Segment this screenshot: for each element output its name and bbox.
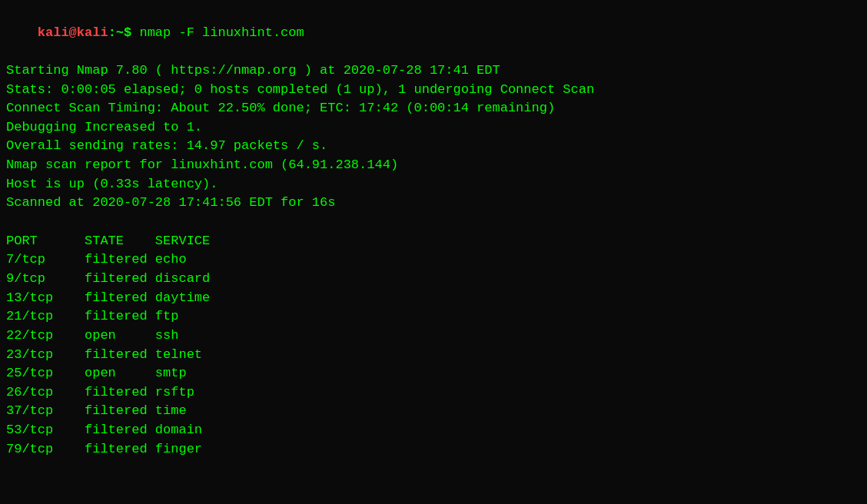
port-row-7: 7/tcp filtered echo [6,250,861,270]
output-line-4: Debugging Increased to 1. [6,118,861,138]
port-row-26: 26/tcp filtered rsftp [6,383,861,403]
output-line-2: Stats: 0:00:05 elapsed; 0 hosts complete… [6,81,861,100]
table-header: PORT STATE SERVICE [6,232,861,251]
port-row-22: 22/tcp open ssh [6,327,861,346]
port-row-53: 53/tcp filtered domain [6,421,861,440]
port-row-21: 21/tcp filtered ftp [6,307,861,327]
output-line-5: Overall sending rates: 14.97 packets / s… [6,137,861,156]
port-row-13: 13/tcp filtered daytime [6,289,861,308]
prompt-user: kali@kali [38,25,108,40]
output-line-6: Nmap scan report for linuxhint.com (64.9… [6,156,861,175]
prompt-separator: :~$ [108,25,140,40]
prompt-command: nmap -F linuxhint.com [139,25,304,40]
port-row-25: 25/tcp open smtp [6,364,861,383]
terminal-window: kali@kali:~$ nmap -F linuxhint.com Start… [0,0,867,504]
output-line-7: Host is up (0.33s latency). [6,175,861,194]
empty-line [6,213,861,232]
prompt-line: kali@kali:~$ nmap -F linuxhint.com [6,5,861,61]
output-line-3: Connect Scan Timing: About 22.50% done; … [6,99,861,118]
output-line-8: Scanned at 2020-07-28 17:41:56 EDT for 1… [6,194,861,213]
output-line-1: Starting Nmap 7.80 ( https://nmap.org ) … [6,61,861,81]
port-row-9: 9/tcp filtered discard [6,270,861,289]
port-row-23: 23/tcp filtered telnet [6,346,861,365]
port-row-79: 79/tcp filtered finger [6,440,861,459]
port-row-37: 37/tcp filtered time [6,402,861,421]
